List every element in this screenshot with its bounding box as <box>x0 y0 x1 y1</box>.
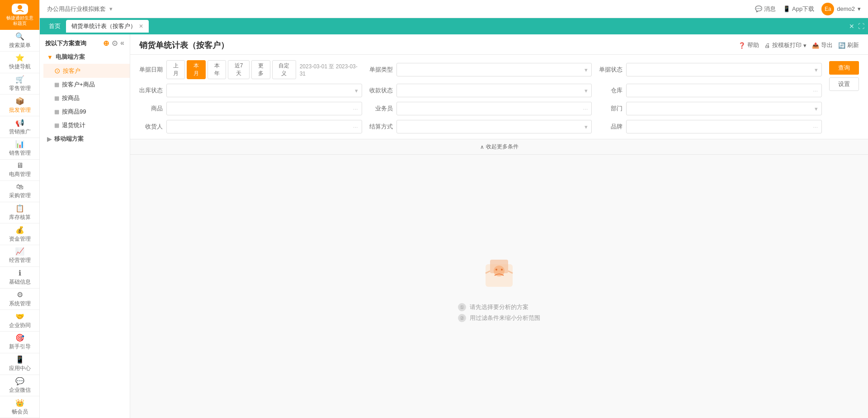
sidebar-item-wholesale[interactable]: 📦 批发管理 <box>0 95 39 116</box>
header-right: 💬 消息 📱 App下载 Ea demo2 ▾ <box>755 3 861 15</box>
sidebar-item-newbie[interactable]: 🎯 新手引导 <box>0 332 39 353</box>
tab-close-icon[interactable]: ✕ <box>139 24 143 29</box>
date-btn-custom[interactable]: 自定义 <box>272 60 296 79</box>
tab-close-btn[interactable]: ✕ <box>849 23 854 30</box>
money-icon: 💰 <box>15 226 24 234</box>
refresh-btn[interactable]: 🔄 刷新 <box>838 41 859 49</box>
top-header: 办公用品行业模拟账套 ▾ 💬 消息 📱 App下载 Ea demo2 ▾ <box>40 0 868 18</box>
export-icon: 📤 <box>812 42 819 49</box>
app-logo: 畅捷通好生意 标题页 <box>0 0 39 30</box>
settings-button[interactable]: 设置 <box>829 77 859 91</box>
user-menu[interactable]: Ea demo2 ▾ <box>821 3 861 15</box>
warehouse-select[interactable]: ··· <box>626 84 822 97</box>
app-download-label: App下载 <box>792 5 814 13</box>
cart-icon: 🛒 <box>15 75 24 84</box>
empty-tip-1: ① 请先选择要分析的方案 <box>458 303 540 311</box>
sidebar-item-operations[interactable]: 📈 经营管理 <box>0 245 39 267</box>
tab-home[interactable]: 首页 <box>43 20 66 33</box>
help-btn[interactable]: ❓ 帮助 <box>738 41 759 49</box>
settlement-select[interactable]: ▾ <box>396 120 592 133</box>
department-select[interactable]: ▾ <box>626 102 822 115</box>
sidebar-item-label: 营销推广 <box>9 128 31 136</box>
sidebar-item-label: 基础信息 <box>9 278 31 286</box>
avatar: Ea <box>821 3 834 15</box>
export-btn[interactable]: 📤 导出 <box>812 41 833 49</box>
salesperson-select[interactable]: ··· <box>396 102 592 115</box>
tree-item-by-customer-goods[interactable]: ▦ 按客户+商品 <box>43 78 130 91</box>
sidebar-item-wechat[interactable]: 💬 企业微信 <box>0 375 39 397</box>
tree-item-returns[interactable]: ▦ 退货统计 <box>43 119 130 132</box>
sidebar-item-purchase[interactable]: 🛍 采购管理 <box>0 181 39 202</box>
order-status-select[interactable]: ▾ <box>626 63 822 76</box>
sidebar-item-marketing[interactable]: 📢 营销推广 <box>0 116 39 138</box>
sidebar-item-inventory[interactable]: 📋 库存核算 <box>0 202 39 224</box>
sidebar-item-label: 电商管理 <box>9 171 31 178</box>
order-type-select[interactable]: ▾ <box>396 63 592 76</box>
tree-item-by-customer[interactable]: ⊙ 按客户 <box>43 64 130 78</box>
filter-order-type: 单据类型 ▾ <box>369 63 592 76</box>
tree-section-pc[interactable]: ▼ 电脑端方案 <box>40 50 130 64</box>
tab-bar: 首页 销货单统计表（按客户） ✕ ✕ ⛶ <box>40 18 868 34</box>
out-status-select[interactable]: ▾ <box>166 84 362 97</box>
dropdown-icon[interactable]: ▾ <box>109 5 113 12</box>
date-btn-7days[interactable]: 近7天 <box>228 60 250 79</box>
tree-pc-children: ⊙ 按客户 ▦ 按客户+商品 ▦ 按商品 ▦ 按商品99 ▦ 退货统计 <box>40 64 130 132</box>
collapse-panel-icon[interactable]: « <box>120 39 124 48</box>
message-btn[interactable]: 💬 消息 <box>755 5 776 13</box>
print-icon: 🖨 <box>764 42 770 49</box>
date-range-text: 2023-03-01 至 2023-03-31 <box>300 63 362 77</box>
sidebar-item-enterprise[interactable]: 🤝 企业协同 <box>0 310 39 332</box>
sidebar-item-search[interactable]: 🔍 搜索菜单 <box>0 30 39 52</box>
receiver-select[interactable]: ··· <box>166 120 362 133</box>
page-header: 销货单统计表（按客户） ❓ 帮助 🖨 按模板打印 ▾ 📤 导出 <box>130 34 868 55</box>
export-label: 导出 <box>821 41 833 49</box>
print-label: 按模板打印 <box>772 41 802 49</box>
sidebar-item-member[interactable]: 👑 畅会员 <box>0 396 39 418</box>
svg-point-4 <box>495 269 497 271</box>
filter-order-status: 单据状态 ▾ <box>599 63 822 76</box>
filter-row-3: 商品 ··· 业务员 ··· <box>139 102 822 115</box>
date-btn-last-month[interactable]: 上月 <box>166 60 185 79</box>
sidebar-item-basic[interactable]: ℹ 基础信息 <box>0 267 39 289</box>
payment-status-select[interactable]: ▾ <box>396 84 592 97</box>
logo-icon <box>12 4 28 14</box>
sidebar-item-app-center[interactable]: 📱 应用中心 <box>0 353 39 375</box>
sidebar-item-finance[interactable]: 💰 资金管理 <box>0 223 39 245</box>
department-chevron-icon: ▾ <box>815 105 818 112</box>
logo-subtitle: 标题页 <box>13 21 27 26</box>
tab-report[interactable]: 销货单统计表（按客户） ✕ <box>66 20 149 33</box>
sidebar-item-quick-nav[interactable]: ⭐ 快捷导航 <box>0 52 39 73</box>
edit-scheme-icon[interactable]: ⊙ <box>112 39 118 48</box>
collapse-label: 收起更多条件 <box>486 143 519 151</box>
content-area: 按以下方案查询 ⊕ ⊙ « ▼ 电脑端方案 ⊙ 按客户 ▦ 按客户 <box>40 34 868 418</box>
goods-icon: ▦ <box>54 95 59 101</box>
sidebar-item-sales[interactable]: 📊 销售管理 <box>0 138 39 160</box>
date-btn-this-month[interactable]: 本月 <box>187 60 205 79</box>
sidebar-item-ecommerce[interactable]: 🖥 电商管理 <box>0 160 39 181</box>
receiver-label: 收货人 <box>139 123 163 131</box>
filter-row-4: 收货人 ··· 结算方式 ▾ <box>139 120 822 133</box>
order-type-label: 单据类型 <box>369 66 393 74</box>
app-download-btn[interactable]: 📱 App下载 <box>783 5 814 13</box>
tab-expand-btn[interactable]: ⛶ <box>858 23 864 30</box>
date-btn-more[interactable]: 更多 <box>251 60 270 79</box>
date-btn-this-year[interactable]: 本年 <box>208 60 226 79</box>
handshake-icon: 🤝 <box>15 312 24 321</box>
megaphone-icon: 📢 <box>15 119 24 127</box>
collapse-more-conditions[interactable]: ∧ 收起更多条件 <box>130 139 868 155</box>
brand-select[interactable]: ··· <box>626 120 822 133</box>
settlement-chevron-icon: ▾ <box>585 124 588 130</box>
tree-item-by-goods99[interactable]: ▦ 按商品99 <box>43 105 130 119</box>
tree-section-mobile[interactable]: ▶ 移动端方案 <box>40 132 130 146</box>
print-btn[interactable]: 🖨 按模板打印 ▾ <box>764 41 807 49</box>
query-button[interactable]: 查询 <box>829 61 859 75</box>
sidebar-item-system[interactable]: ⚙ 系统管理 <box>0 289 39 310</box>
add-scheme-icon[interactable]: ⊕ <box>103 39 109 48</box>
tree-item-by-goods[interactable]: ▦ 按商品 <box>43 91 130 105</box>
goods-select[interactable]: ··· <box>166 102 362 115</box>
sidebar-item-retail[interactable]: 🛒 零售管理 <box>0 73 39 95</box>
main-area: 办公用品行业模拟账套 ▾ 💬 消息 📱 App下载 Ea demo2 ▾ 首页 … <box>40 0 868 418</box>
tree-item-label: 退货统计 <box>62 121 85 129</box>
filter-payment-status: 收款状态 ▾ <box>369 84 592 97</box>
filter-row-1: 单据日期 上月 本月 本年 近7天 更多 自定义 2023-03-01 至 20… <box>139 60 822 79</box>
